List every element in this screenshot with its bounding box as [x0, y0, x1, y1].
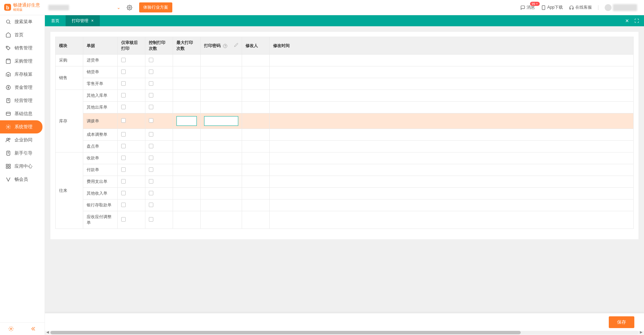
tab[interactable]: 打印管理×	[66, 15, 100, 26]
checkbox[interactable]	[121, 203, 126, 207]
checkbox[interactable]	[149, 217, 153, 222]
checkbox[interactable]	[149, 191, 153, 195]
checkbox[interactable]	[149, 105, 153, 109]
checkbox[interactable]	[121, 69, 126, 74]
sidebar-item-warehouse[interactable]: 库存核算	[0, 68, 45, 81]
scroll-right-icon[interactable]: ▶	[640, 330, 643, 334]
industry-plan-button[interactable]: 体验行业方案	[139, 2, 172, 12]
checkbox[interactable]	[149, 93, 153, 97]
gear-icon[interactable]	[127, 5, 132, 10]
save-button[interactable]: 保存	[609, 316, 634, 328]
close-all-tabs-icon[interactable]	[625, 18, 629, 23]
after-audit-cell	[118, 164, 145, 176]
user-profile[interactable]	[605, 4, 637, 11]
sidebar-item-tag[interactable]: 销售管理	[0, 41, 45, 55]
after-audit-cell	[118, 176, 145, 188]
sidebar-item-people[interactable]: 企业协同	[0, 133, 45, 147]
help-icon[interactable]: ?	[223, 44, 227, 48]
company-name-redacted	[48, 5, 69, 10]
collapse-sidebar-icon[interactable]	[31, 326, 36, 332]
sidebar-item-home[interactable]: 首页	[0, 28, 45, 41]
after-audit-cell	[118, 55, 145, 66]
control-count-cell	[145, 66, 173, 78]
gear-icon	[6, 124, 11, 130]
checkbox[interactable]	[149, 69, 153, 74]
horizontal-scrollbar[interactable]: ◀ ▶	[50, 331, 638, 334]
checkbox[interactable]	[121, 93, 126, 97]
warehouse-icon	[6, 72, 11, 77]
checkbox[interactable]	[121, 156, 126, 160]
checkbox[interactable]	[121, 217, 126, 222]
th-modifier: 修改人	[242, 37, 270, 55]
bag-icon	[6, 58, 11, 64]
sidebar-item-grid[interactable]: 应用中心	[0, 160, 45, 173]
fullscreen-icon[interactable]	[634, 18, 639, 23]
doc-cell: 进货单	[83, 55, 118, 66]
doc-cell: 费用支出单	[83, 176, 118, 188]
sidebar-item-label: 库存核算	[15, 71, 32, 77]
sidebar-item-money[interactable]: 资金管理	[0, 81, 45, 94]
sidebar-item-vip[interactable]: 畅会员	[0, 173, 45, 186]
th-password: 打印密码 ?	[201, 37, 242, 55]
checkbox[interactable]	[149, 132, 153, 137]
svg-rect-20	[6, 167, 8, 168]
sidebar-item-guide[interactable]: 新手引导	[0, 147, 45, 160]
sidebar-item-gear[interactable]: 系统管理	[0, 120, 42, 133]
table-row: 库存其他入库单	[56, 90, 634, 102]
checkbox[interactable]	[149, 156, 153, 160]
table-row: 调拨单	[56, 113, 634, 129]
tab[interactable]: 首页	[45, 15, 66, 26]
checkbox[interactable]	[149, 179, 153, 184]
max-count-cell	[173, 199, 201, 211]
checkbox[interactable]	[149, 58, 153, 62]
sidebar-item-search[interactable]: 搜索菜单	[0, 15, 45, 28]
checkbox[interactable]	[121, 81, 126, 86]
checkbox[interactable]	[149, 144, 153, 148]
after-audit-cell	[118, 152, 145, 164]
max-count-cell	[173, 176, 201, 188]
sidebar-item-bag[interactable]: 采购管理	[0, 55, 45, 68]
checkbox[interactable]	[121, 132, 126, 137]
sidebar-item-label: 经营管理	[15, 97, 32, 104]
password-cell	[201, 129, 242, 141]
max-count-input[interactable]	[176, 116, 197, 126]
password-cell	[201, 102, 242, 113]
modifier-cell	[242, 141, 270, 152]
after-audit-cell	[118, 211, 145, 229]
online-service-link[interactable]: 在线客服	[569, 4, 592, 10]
module-cell: 销售	[56, 66, 83, 90]
checkbox[interactable]	[149, 167, 153, 172]
th-module: 模块	[56, 37, 83, 55]
after-audit-cell	[118, 78, 145, 90]
checkbox[interactable]	[121, 105, 126, 109]
control-count-cell	[145, 113, 173, 129]
sidebar-item-folder[interactable]: 基础信息	[0, 107, 45, 120]
scroll-left-icon[interactable]: ◀	[46, 330, 49, 334]
checkbox[interactable]	[121, 179, 126, 184]
close-tab-icon[interactable]: ×	[91, 18, 94, 23]
main-area: 首页打印管理× 模块 单据 仅审核后打印	[45, 15, 644, 335]
checkbox[interactable]	[121, 191, 126, 195]
checkbox[interactable]	[121, 118, 126, 123]
scrollbar-thumb[interactable]	[50, 331, 521, 334]
checkbox[interactable]	[149, 81, 153, 86]
th-password-label: 打印密码	[204, 43, 221, 48]
checkbox[interactable]	[121, 144, 126, 148]
checkbox[interactable]	[121, 167, 126, 172]
app-download-link[interactable]: App下载	[541, 4, 563, 10]
chevron-down-icon[interactable]: ⌄	[117, 5, 121, 10]
checkbox[interactable]	[149, 118, 153, 123]
checkbox[interactable]	[149, 203, 153, 207]
password-input[interactable]	[204, 116, 238, 126]
th-mod-time: 修改时间	[270, 37, 634, 55]
modifier-cell	[242, 55, 270, 66]
sidebar-item-clipboard[interactable]: 经营管理	[0, 94, 45, 107]
doc-cell: 调拨单	[83, 113, 118, 129]
settings-icon[interactable]	[8, 326, 14, 332]
table-row: 盘点单	[56, 141, 634, 152]
tab-label: 打印管理	[72, 18, 88, 24]
messages-link[interactable]: 消息 99 +	[520, 4, 535, 10]
checkbox[interactable]	[121, 58, 126, 62]
sidebar-item-label: 搜索菜单	[15, 19, 32, 25]
edit-icon[interactable]	[234, 43, 238, 47]
